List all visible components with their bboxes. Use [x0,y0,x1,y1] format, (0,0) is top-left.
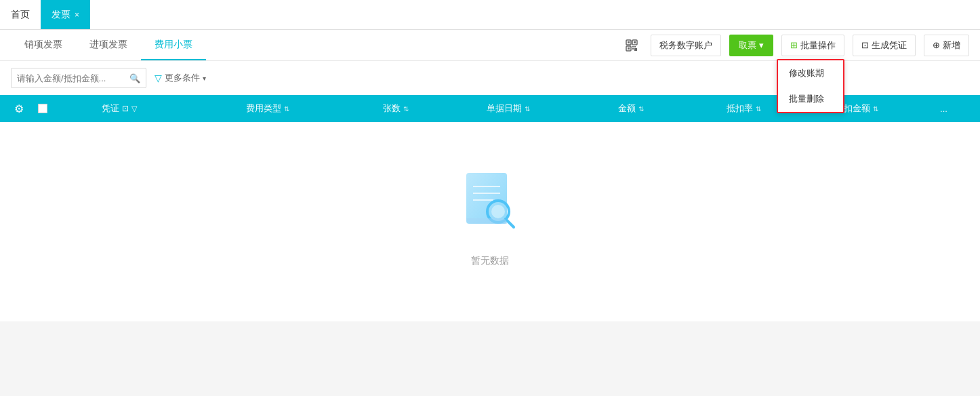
main-content: 销项发票 进项发票 费用小票 [0,30,980,321]
th-expense-type: 费用类型 ⇅ [186,102,349,115]
empty-state: 暂无数据 [0,122,980,321]
empty-text: 暂无数据 [471,255,509,267]
svg-rect-6 [632,46,634,47]
qr-icon [625,39,638,52]
header-checkbox[interactable] [38,104,47,113]
th-voucher: 凭证 ⊡ ▽ [53,102,186,115]
take-invoice-button[interactable]: 取票 ▾ [729,35,773,56]
sort-icon-deduction-amount[interactable]: ⇅ [873,105,878,113]
more-filter-label: 更多条件 [165,72,200,84]
svg-rect-5 [628,47,630,50]
tab-sales[interactable]: 销项发票 [11,30,76,60]
tax-digital-button[interactable]: 税务数字账户 [651,35,721,56]
more-filter-button[interactable]: ▽ 更多条件 ▾ [155,72,206,84]
svg-rect-1 [628,41,630,43]
table-container: ⚙ 凭证 ⊡ ▽ 费用类型 ⇅ 张数 ⇅ 单据日期 ⇅ [0,95,980,321]
generate-voucher-label: 生成凭证 [872,39,907,52]
home-label: 首页 [11,9,30,21]
search-wrap: 🔍 [11,68,146,88]
sort-icon-date[interactable]: ⇅ [525,105,530,113]
gear-icon[interactable]: ⚙ [14,102,24,115]
empty-illustration [449,163,531,244]
sort-icon-expense-type[interactable]: ⇅ [284,105,289,113]
take-arrow-icon: ▾ [759,40,764,50]
sub-tabs-left: 销项发票 进项发票 费用小票 [11,30,206,60]
tab-input[interactable]: 进项发票 [76,30,141,60]
add-button[interactable]: ⊕ 新增 [924,35,969,56]
filter-arrow-icon: ▾ [203,75,206,82]
qr-button[interactable] [621,35,642,56]
batch-dropdown-menu: 修改账期 批量删除 [777,59,844,113]
batch-delete-item[interactable]: 批量删除 [778,86,843,112]
generate-voucher-icon: ⊡ [861,40,869,50]
filter-icon: ▽ [155,73,162,83]
top-nav: 首页 发票 × [0,0,980,30]
invoice-tab-label: 发票 [52,9,70,21]
generate-voucher-button[interactable]: ⊡ 生成凭证 [853,35,916,56]
svg-rect-8 [632,48,634,50]
add-icon: ⊕ [933,40,940,50]
batch-op-icon: ⊞ [790,40,798,50]
sort-icon-count[interactable]: ⇅ [403,105,409,113]
search-input[interactable] [17,73,125,83]
sort-icon-amount[interactable]: ⇅ [638,105,644,113]
th-count: 张数 ⇅ [350,102,442,115]
svg-point-15 [491,205,505,218]
th-rest: ... [913,104,975,114]
th-amount: 金额 ⇅ [575,102,687,115]
svg-rect-3 [634,41,636,43]
th-checkbox[interactable] [33,104,53,113]
close-icon[interactable]: × [75,10,79,20]
th-date: 单据日期 ⇅ [442,102,575,115]
sort-icon-deduction-rate[interactable]: ⇅ [756,105,761,113]
batch-op-label: 批量操作 [800,39,836,52]
home-tab[interactable]: 首页 [0,0,41,29]
tab-expense[interactable]: 费用小票 [141,30,206,60]
modify-period-item[interactable]: 修改账期 [778,60,843,86]
batch-op-wrapper: ⊞ 批量操作 修改账期 批量删除 [781,35,844,56]
sub-tabs-right: 税务数字账户 取票 ▾ ⊞ 批量操作 修改账期 批量删除 [621,35,969,56]
svg-rect-9 [634,48,637,51]
th-settings[interactable]: ⚙ [5,102,33,115]
sub-tabs-bar: 销项发票 进项发票 费用小票 [0,30,980,61]
filter-icon-voucher[interactable]: ▽ [131,104,137,113]
invoice-tab[interactable]: 发票 × [41,0,90,29]
search-icon[interactable]: 🔍 [129,73,140,83]
add-label: 新增 [943,39,960,52]
voucher-icon: ⊡ [122,104,129,113]
batch-op-button[interactable]: ⊞ 批量操作 [781,35,844,56]
svg-rect-7 [634,46,636,47]
